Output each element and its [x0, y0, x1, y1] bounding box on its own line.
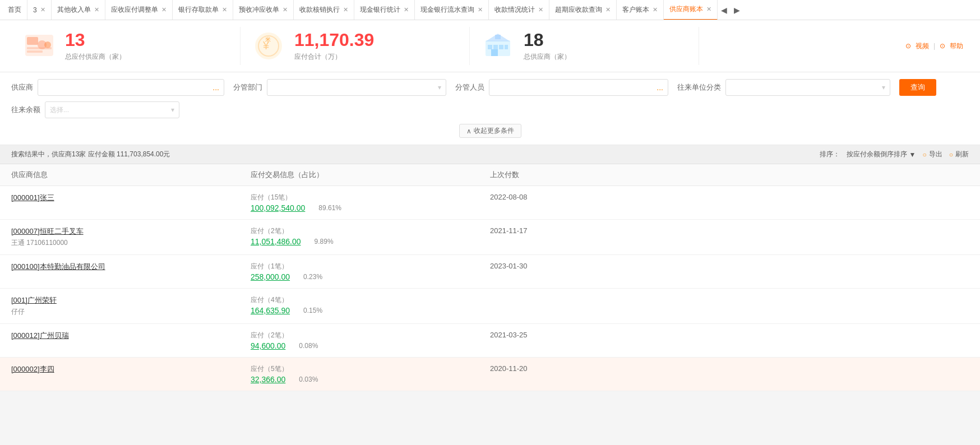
- collapse-bar: ∧ 收起更多条件: [11, 124, 969, 138]
- collapse-label: 收起更多条件: [474, 126, 514, 136]
- nav-tab-ar-ap-adjust[interactable]: 应收应付调整单 ✕: [105, 0, 173, 20]
- svg-rect-1: [27, 37, 38, 45]
- table-row: [000002]李四 应付（5笔） 32,366.00 0.03% 2020-1…: [0, 358, 980, 391]
- help-label[interactable]: 帮助: [950, 41, 963, 51]
- dept-select[interactable]: ▾: [267, 79, 446, 96]
- dept-filter-label: 分管部门: [233, 82, 262, 92]
- transaction-amount[interactable]: 100,092,540.00: [251, 203, 305, 212]
- close-icon[interactable]: ✕: [404, 6, 409, 13]
- collapse-button[interactable]: ∧ 收起更多条件: [459, 124, 521, 138]
- close-icon[interactable]: ✕: [343, 6, 348, 13]
- supplier-link[interactable]: [001]广州荣轩: [11, 296, 57, 304]
- close-icon[interactable]: ✕: [161, 6, 167, 13]
- chevron-down-icon: ▾: [171, 106, 174, 114]
- header-transaction: 应付交易信息（占比）: [251, 170, 490, 180]
- top-right-links: ⊙ 视频 | ⊙ 帮助: [905, 41, 969, 51]
- summary-card1-number: 13: [65, 30, 126, 50]
- transaction-amount[interactable]: 258,000.00: [251, 272, 290, 281]
- last-payment-cell: 2023-01-30: [490, 262, 729, 270]
- nav-tab-bank-deposit[interactable]: 银行存取款单 ✕: [173, 0, 233, 20]
- refresh-icon: ○: [949, 151, 953, 159]
- svg-rect-13: [499, 45, 503, 49]
- balance-select-value: 选择...: [50, 105, 69, 115]
- nav-tab-other-income[interactable]: 其他收入单 ✕: [52, 0, 105, 20]
- nav-tab-receipt-stat-label: 收款情况统计: [494, 5, 535, 15]
- close-icon[interactable]: ✕: [94, 6, 99, 13]
- person-dots-icon[interactable]: ...: [657, 83, 663, 92]
- nav-tab-3-close[interactable]: ✕: [40, 6, 45, 13]
- supplier-dots-icon[interactable]: ...: [212, 83, 219, 92]
- nav-tab-overdue-ar[interactable]: 超期应收款查询 ✕: [549, 0, 617, 20]
- category-select[interactable]: ▾: [725, 79, 890, 96]
- sort-button[interactable]: 按应付余额倒序排序 ▼: [847, 150, 916, 159]
- separator: |: [933, 42, 935, 50]
- close-icon[interactable]: ✕: [653, 6, 658, 13]
- supplier-link[interactable]: [000012]广州贝瑞: [11, 331, 69, 340]
- video-link[interactable]: ⊙: [905, 42, 911, 50]
- nav-next-arrow[interactable]: ▶: [731, 6, 743, 15]
- results-actions: 排序： 按应付余额倒序排序 ▼ ○ 导出 ○ 刷新: [820, 150, 969, 159]
- results-bar: 搜索结果中，供应商13家 应付金额 111,703,854.00元 排序： 按应…: [0, 145, 980, 164]
- last-payment-date: 2021-03-25: [490, 331, 528, 339]
- balance-filter-label: 往来余额: [11, 105, 40, 115]
- nav-tab-home[interactable]: 首页: [2, 0, 27, 20]
- nav-tab-supplier-ledger[interactable]: 供应商账本 ✕: [664, 0, 718, 20]
- nav-tab-receipt-verify-label: 收款核销执行: [299, 5, 340, 15]
- transaction-percent: 89.61%: [318, 204, 341, 212]
- filter-person: 分管人员 ...: [455, 79, 668, 96]
- filter-row-2: 往来余额 选择... ▾: [11, 101, 969, 118]
- supplier-info-cell: [001]广州荣轩 仔仔: [11, 295, 251, 317]
- supplier-info-cell: [000001]张三: [11, 193, 251, 203]
- search-button[interactable]: 查询: [899, 79, 936, 96]
- help-icon[interactable]: ⊙: [940, 42, 945, 50]
- transaction-details: 应付（2笔） 11,051,486.00 9.89%: [251, 226, 490, 246]
- transaction-amount[interactable]: 11,051,486.00: [251, 237, 301, 246]
- table-row: [001]广州荣轩 仔仔 应付（4笔） 164,635.90 0.15%: [0, 289, 980, 324]
- supplier-link[interactable]: [000007]恒旺二手叉车: [11, 227, 84, 235]
- transaction-details: 应付（5笔） 32,366.00 0.03%: [251, 364, 490, 384]
- supplier-link[interactable]: [000100]本特勤油品有限公司: [11, 262, 105, 271]
- transaction-details: 应付（4笔） 164,635.90 0.15%: [251, 295, 490, 315]
- close-icon[interactable]: ✕: [478, 6, 483, 13]
- transaction-details: 应付（2笔） 94,600.00 0.08%: [251, 331, 490, 350]
- nav-tab-receipt-stat[interactable]: 收款情况统计 ✕: [489, 0, 549, 20]
- export-button[interactable]: ○ 导出: [923, 150, 942, 159]
- person-input[interactable]: ...: [489, 79, 668, 96]
- close-icon[interactable]: ✕: [538, 6, 543, 13]
- close-icon[interactable]: ✕: [605, 6, 611, 13]
- nav-tab-customer-ledger[interactable]: 客户账本 ✕: [617, 0, 664, 20]
- summary-card-total-suppliers: 18 总供应商（家）: [470, 27, 699, 65]
- top-navigation: 首页 3 ✕ 其他收入单 ✕ 应收应付调整单 ✕ 银行存取款单 ✕ 预收冲应收单…: [0, 0, 980, 20]
- nav-tab-cash-bank-stat[interactable]: 现金银行统计 ✕: [354, 0, 415, 20]
- transaction-details: 应付（15笔） 100,092,540.00 89.61%: [251, 193, 490, 212]
- nav-tab-3[interactable]: 3 ✕: [27, 0, 52, 20]
- nav-tab-home-label: 首页: [8, 5, 21, 15]
- transaction-info-cell: 应付（2笔） 11,051,486.00 9.89%: [251, 226, 490, 246]
- table-header: 供应商信息 应付交易信息（占比） 上次付数: [0, 164, 980, 186]
- close-icon[interactable]: ✕: [222, 6, 227, 13]
- refresh-button[interactable]: ○ 刷新: [949, 150, 969, 159]
- nav-tab-receipt-verify[interactable]: 收款核销执行 ✕: [294, 0, 354, 20]
- transaction-amount[interactable]: 94,600.00: [251, 341, 285, 350]
- transaction-info-cell: 应付（4笔） 164,635.90 0.15%: [251, 295, 490, 315]
- nav-tab-cash-bank-flow[interactable]: 现金银行流水查询 ✕: [415, 0, 489, 20]
- nav-tab-prepay-ar[interactable]: 预收冲应收单 ✕: [233, 0, 294, 20]
- close-icon[interactable]: ✕: [706, 6, 711, 13]
- video-label[interactable]: 视频: [916, 41, 929, 51]
- summary-card3-label: 总供应商（家）: [524, 52, 571, 62]
- supplier-link[interactable]: [000002]李四: [11, 365, 54, 373]
- transaction-info-cell: 应付（15笔） 100,092,540.00 89.61%: [251, 193, 490, 212]
- nav-tab-customer-ledger-label: 客户账本: [622, 5, 649, 15]
- supplier-input[interactable]: ...: [38, 79, 224, 96]
- nav-prev-arrow[interactable]: ◀: [718, 6, 731, 15]
- transaction-label: 应付（1笔）: [251, 262, 490, 271]
- close-icon[interactable]: ✕: [283, 6, 288, 13]
- balance-select[interactable]: 选择... ▾: [45, 101, 179, 118]
- data-table: 供应商信息 应付交易信息（占比） 上次付数 [000001]张三 应付（15笔）…: [0, 164, 980, 391]
- transaction-amount[interactable]: 32,366.00: [251, 375, 285, 384]
- supplier-link[interactable]: [000001]张三: [11, 193, 54, 202]
- transaction-amount[interactable]: 164,635.90: [251, 306, 290, 315]
- supplier-info-cell: [000007]恒旺二手叉车 王通 17106110000: [11, 226, 251, 248]
- summary-bar: 13 总应付供应商（家） ¥ 米 11,170.39 应付合计（万）: [0, 20, 980, 72]
- nav-tab-overdue-ar-label: 超期应收款查询: [555, 5, 602, 15]
